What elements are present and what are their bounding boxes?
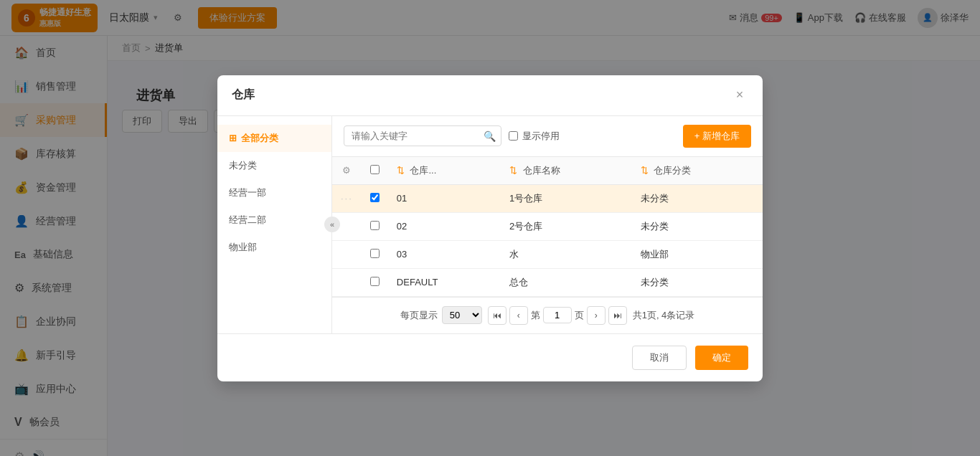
row-category: 未分类	[632, 212, 763, 240]
page-size-control: 每页显示 10 20 50 100	[400, 306, 482, 324]
search-icon[interactable]: 🔍	[484, 130, 496, 142]
category-label-property: 物业部	[229, 242, 257, 252]
row-action-dots[interactable]: ···	[341, 193, 353, 204]
page-num-label: 第	[531, 309, 540, 322]
table-header-row: ⚙ ⇅ 仓库... ⇅ 仓库名称	[332, 157, 763, 185]
row-index: DEFAULT	[388, 268, 501, 296]
table-row[interactable]: 02 2号仓库 未分类	[332, 212, 763, 240]
row-category: 未分类	[632, 268, 763, 296]
select-all-checkbox[interactable]	[370, 165, 380, 174]
category-label-dept1: 经营一部	[229, 187, 266, 198]
add-warehouse-button[interactable]: + 新增仓库	[683, 125, 751, 148]
search-wrapper: 🔍	[344, 125, 501, 146]
row-checkbox[interactable]	[370, 221, 380, 230]
th-checkbox	[362, 157, 388, 185]
row-name: 总仓	[501, 268, 631, 296]
row-checkbox[interactable]	[370, 193, 380, 202]
category-label-dept2: 经营二部	[229, 214, 266, 225]
th-category: ⇅ 仓库分类	[632, 157, 763, 185]
show-disabled-input[interactable]	[509, 131, 518, 141]
sort-icon-name: ⇅	[509, 165, 517, 176]
category-item-unclassified[interactable]: 未分类	[217, 152, 331, 179]
table-body: ··· 01 1号仓库 未分类 02 2号仓库 未分类	[332, 184, 763, 296]
page-size-select[interactable]: 10 20 50 100	[442, 306, 482, 324]
row-index: 01	[388, 184, 501, 212]
table-row[interactable]: ··· 01 1号仓库 未分类	[332, 184, 763, 212]
row-index: 02	[388, 212, 501, 240]
modal-title: 仓库	[232, 87, 255, 103]
page-prev-button[interactable]: ‹	[509, 306, 528, 325]
th-code: ⇅ 仓库...	[388, 157, 501, 185]
modal-footer: 取消 确定	[217, 333, 763, 381]
cancel-button[interactable]: 取消	[632, 346, 687, 370]
category-all[interactable]: ⊞ 全部分类	[217, 125, 331, 152]
pagination-bar: 每页显示 10 20 50 100 ⏮ ‹ 第 页	[332, 297, 763, 333]
page-navigation: ⏮ ‹ 第 页 › ⏭	[488, 306, 627, 325]
total-info: 共1页, 4条记录	[633, 309, 695, 322]
warehouse-table-wrapper: ⚙ ⇅ 仓库... ⇅ 仓库名称	[332, 157, 763, 297]
row-actions-cell: ···	[332, 184, 362, 212]
modal-close-button[interactable]: ×	[731, 87, 748, 104]
row-checkbox-cell	[362, 184, 388, 212]
category-item-dept2[interactable]: 经营二部	[217, 206, 331, 234]
row-actions-cell	[332, 240, 362, 268]
category-panel: « ⊞ 全部分类 未分类 经营一部 经营二部 物业部	[217, 116, 332, 333]
grid-icon: ⊞	[229, 133, 237, 143]
row-checkbox-cell	[362, 212, 388, 240]
sort-icon-code: ⇅	[397, 165, 405, 176]
modal-overlay: 仓库 × « ⊞ 全部分类 未分类 经营一部 经营二部	[0, 0, 980, 456]
page-size-label: 每页显示	[400, 309, 438, 322]
page-next-button[interactable]: ›	[587, 306, 606, 325]
confirm-button[interactable]: 确定	[695, 346, 748, 370]
page-first-button[interactable]: ⏮	[488, 306, 507, 325]
category-item-property[interactable]: 物业部	[217, 234, 331, 261]
warehouse-modal: 仓库 × « ⊞ 全部分类 未分类 经营一部 经营二部	[217, 75, 763, 381]
row-checkbox-cell	[362, 268, 388, 296]
row-name: 水	[501, 240, 631, 268]
content-toolbar: 🔍 显示停用 + 新增仓库	[332, 116, 763, 157]
row-name: 1号仓库	[501, 184, 631, 212]
row-category: 未分类	[632, 184, 763, 212]
row-checkbox[interactable]	[370, 249, 380, 258]
row-checkbox[interactable]	[370, 277, 380, 286]
row-index: 03	[388, 240, 501, 268]
th-gear: ⚙	[332, 157, 362, 185]
page-last-button[interactable]: ⏭	[608, 306, 627, 325]
category-label-unclassified: 未分类	[229, 160, 257, 171]
modal-header: 仓库 ×	[217, 75, 763, 116]
row-name: 2号仓库	[501, 212, 631, 240]
th-name: ⇅ 仓库名称	[501, 157, 631, 185]
show-disabled-checkbox[interactable]: 显示停用	[509, 130, 560, 143]
category-item-dept1[interactable]: 经营一部	[217, 179, 331, 206]
warehouse-table: ⚙ ⇅ 仓库... ⇅ 仓库名称	[332, 157, 763, 297]
row-category: 物业部	[632, 240, 763, 268]
page-label: 页	[575, 309, 584, 322]
row-actions-cell	[332, 268, 362, 296]
content-panel: 🔍 显示停用 + 新增仓库 ⚙	[332, 116, 763, 333]
table-row[interactable]: 03 水 物业部	[332, 240, 763, 268]
table-row[interactable]: DEFAULT 总仓 未分类	[332, 268, 763, 296]
category-all-label: 全部分类	[241, 132, 278, 145]
search-input[interactable]	[344, 125, 501, 146]
page-input[interactable]	[543, 307, 572, 323]
category-collapse-button[interactable]: «	[324, 217, 340, 232]
show-disabled-label: 显示停用	[522, 130, 560, 143]
row-checkbox-cell	[362, 240, 388, 268]
sort-icon-category: ⇅	[641, 165, 649, 176]
modal-body: « ⊞ 全部分类 未分类 经营一部 经营二部 物业部	[217, 116, 763, 333]
